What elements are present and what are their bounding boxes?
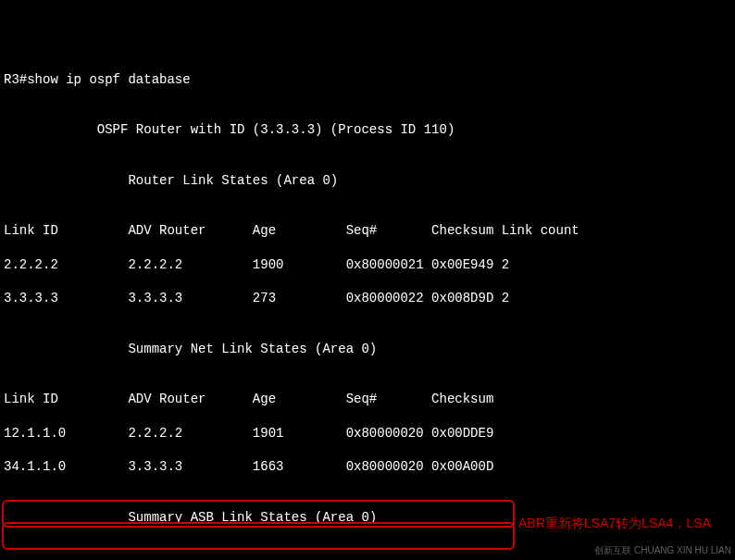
table-row: 2.2.2.2 2.2.2.2 1900 0x80000021 0x00E949… <box>4 256 731 273</box>
table-row: 3.3.3.3 3.3.3.3 273 0x80000022 0x008D9D … <box>4 290 731 306</box>
table-header: Link ID ADV Router Age Seq# Checksum <box>4 391 731 407</box>
cli-command: R3#show ip ospf database <box>4 71 731 88</box>
ospf-header: OSPF Router with ID (3.3.3.3) (Process I… <box>4 121 731 138</box>
watermark-text: 创新互联 CHUANG XIN HU LIAN <box>594 544 731 556</box>
section-title-router-area0: Router Link States (Area 0) <box>4 172 731 189</box>
section-title-summary-net-area0: Summary Net Link States (Area 0) <box>4 341 731 357</box>
table-header: Link ID ADV Router Age Seq# Checksum Lin… <box>4 222 731 239</box>
table-row: 12.1.1.0 2.2.2.2 1901 0x80000020 0x00DDE… <box>4 425 731 442</box>
annotation-text: ABR重新将LSA7转为LSA4，LSA <box>518 515 711 531</box>
highlight-box-row3 <box>2 522 515 550</box>
table-row: 34.1.1.0 3.3.3.3 1663 0x80000020 0x00A00… <box>4 458 731 475</box>
